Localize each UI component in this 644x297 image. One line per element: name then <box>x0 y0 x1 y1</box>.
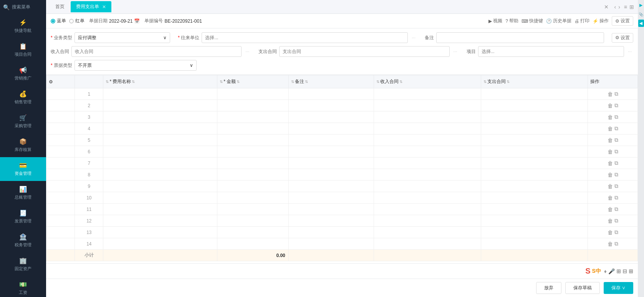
mic-button[interactable]: 🎤 <box>608 268 615 274</box>
sidebar-item-inventory[interactable]: 📦 库存核算 <box>0 133 46 157</box>
row-amount-cell[interactable] <box>217 123 289 134</box>
row-copy-button[interactable]: ⧉ <box>614 194 618 201</box>
col-header-income-contract[interactable]: ⇅ 收入合同 ⇅ <box>374 75 481 88</box>
row-expense-contract-cell[interactable] <box>481 100 588 111</box>
radio-red[interactable]: 红单 <box>69 18 84 24</box>
save-draft-button[interactable]: 保存草稿 <box>565 282 600 294</box>
row-income-contract-cell[interactable] <box>374 204 481 215</box>
row-expense-name-cell[interactable] <box>103 134 217 146</box>
counterpart-input[interactable] <box>202 32 408 43</box>
row-copy-button[interactable]: ⧉ <box>614 91 618 97</box>
right-panel-icon-1[interactable]: ▶ <box>638 2 644 9</box>
row-expense-name-cell[interactable] <box>103 158 217 169</box>
row-note-cell[interactable] <box>288 192 374 204</box>
close-window-button[interactable]: ✕ <box>604 4 609 10</box>
settings-button[interactable]: ⚙ 设置 <box>612 16 633 26</box>
row-income-contract-cell[interactable] <box>374 227 481 238</box>
row-income-contract-cell[interactable] <box>374 88 481 100</box>
row-income-contract-cell[interactable] <box>374 169 481 181</box>
row-amount-cell[interactable] <box>217 227 289 238</box>
sidebar-item-marketing[interactable]: 📢 营销推广 <box>0 62 46 86</box>
row-income-contract-cell[interactable] <box>374 123 481 134</box>
form-settings-button[interactable]: ⚙ 设置 <box>612 33 633 43</box>
sidebar-item-wages[interactable]: 💵 工资 <box>0 276 46 297</box>
row-income-contract-cell[interactable] <box>374 238 481 250</box>
sidebar-item-invoice[interactable]: 🧾 发票管理 <box>0 205 46 229</box>
row-note-cell[interactable] <box>288 88 374 100</box>
row-expense-contract-cell[interactable] <box>481 134 588 146</box>
row-expense-contract-cell[interactable] <box>481 181 588 192</box>
prev-tab-button[interactable]: ‹ <box>614 4 616 10</box>
row-note-cell[interactable] <box>288 100 374 111</box>
sidebar-item-fixed-assets[interactable]: 🏢 固定资产 <box>0 252 46 276</box>
row-note-cell[interactable] <box>288 215 374 227</box>
row-note-cell[interactable] <box>288 134 374 146</box>
mic-icon[interactable]: ♦ <box>604 268 607 274</box>
sidebar-item-tax[interactable]: 🏦 税务管理 <box>0 229 46 252</box>
row-expense-name-cell[interactable] <box>103 204 217 215</box>
row-expense-name-cell[interactable] <box>103 100 217 111</box>
row-amount-cell[interactable] <box>217 146 289 158</box>
row-expense-contract-cell[interactable] <box>481 169 588 181</box>
expense-contract-dots[interactable]: ··· <box>452 49 459 54</box>
expense-contract-input[interactable] <box>279 46 449 57</box>
row-copy-button[interactable]: ⧉ <box>614 148 618 155</box>
row-expense-name-cell[interactable] <box>103 192 217 204</box>
row-copy-button[interactable]: ⧉ <box>614 160 618 166</box>
right-panel-icon-2[interactable]: 📎 <box>638 10 644 18</box>
sidebar-item-sales[interactable]: 💰 销售管理 <box>0 86 46 110</box>
col-header-setting[interactable]: ⚙ <box>46 75 75 88</box>
row-note-cell[interactable] <box>288 146 374 158</box>
row-copy-button[interactable]: ⧉ <box>614 206 618 212</box>
sidebar-item-project-contract[interactable]: 📋 项目合同 <box>0 38 46 62</box>
row-amount-cell[interactable] <box>217 169 289 181</box>
row-delete-button[interactable]: 🗑 <box>608 91 613 97</box>
row-copy-button[interactable]: ⧉ <box>614 171 618 178</box>
remark-input[interactable] <box>436 32 604 43</box>
row-expense-contract-cell[interactable] <box>481 111 588 123</box>
project-dots[interactable]: ··· <box>626 49 633 54</box>
row-amount-cell[interactable] <box>217 238 289 250</box>
row-copy-button[interactable]: ⧉ <box>614 217 618 224</box>
row-income-contract-cell[interactable] <box>374 192 481 204</box>
row-expense-contract-cell[interactable] <box>481 158 588 169</box>
row-note-cell[interactable] <box>288 181 374 192</box>
row-delete-button[interactable]: 🗑 <box>608 114 613 120</box>
grid-plus-icon[interactable]: ⊞ <box>616 268 621 274</box>
operate-button[interactable]: ⚡ 操作 <box>593 18 609 24</box>
row-amount-cell[interactable] <box>217 88 289 100</box>
row-delete-button[interactable]: 🗑 <box>608 241 613 247</box>
grid-icon[interactable]: ⊞ <box>629 268 633 274</box>
row-amount-cell[interactable] <box>217 204 289 215</box>
row-income-contract-cell[interactable] <box>374 100 481 111</box>
radio-blue[interactable]: 蓝单 <box>51 18 66 24</box>
row-expense-contract-cell[interactable] <box>481 238 588 250</box>
tab-home[interactable]: 首页 <box>50 1 70 12</box>
history-button[interactable]: 🕐 历史单据 <box>546 18 571 24</box>
income-contract-dots[interactable]: ··· <box>244 49 251 54</box>
row-delete-button[interactable]: 🗑 <box>608 137 613 143</box>
row-expense-name-cell[interactable] <box>103 111 217 123</box>
row-copy-button[interactable]: ⧉ <box>614 229 618 236</box>
video-button[interactable]: ▶ 视频 <box>488 18 502 24</box>
project-input[interactable] <box>478 46 624 57</box>
save-button[interactable]: 保存 ∨ <box>604 282 633 294</box>
row-income-contract-cell[interactable] <box>374 111 481 123</box>
row-delete-button[interactable]: 🗑 <box>608 125 613 132</box>
shortcut-button[interactable]: ⌨ 快捷键 <box>521 18 543 24</box>
calendar-icon[interactable]: 📅 <box>134 18 140 24</box>
ticket-type-select[interactable]: 不开票 ∨ <box>74 60 197 71</box>
sidebar-item-purchase[interactable]: 🛒 采购管理 <box>0 110 46 133</box>
row-expense-name-cell[interactable] <box>103 238 217 250</box>
row-expense-contract-cell[interactable] <box>481 88 588 100</box>
row-expense-contract-cell[interactable] <box>481 215 588 227</box>
row-expense-name-cell[interactable] <box>103 146 217 158</box>
row-income-contract-cell[interactable] <box>374 158 481 169</box>
row-amount-cell[interactable] <box>217 192 289 204</box>
next-tab-button[interactable]: › <box>618 4 620 10</box>
row-note-cell[interactable] <box>288 111 374 123</box>
row-delete-button[interactable]: 🗑 <box>608 229 613 236</box>
row-copy-button[interactable]: ⧉ <box>614 137 618 143</box>
counterpart-dots[interactable]: ··· <box>410 35 417 40</box>
row-note-cell[interactable] <box>288 227 374 238</box>
